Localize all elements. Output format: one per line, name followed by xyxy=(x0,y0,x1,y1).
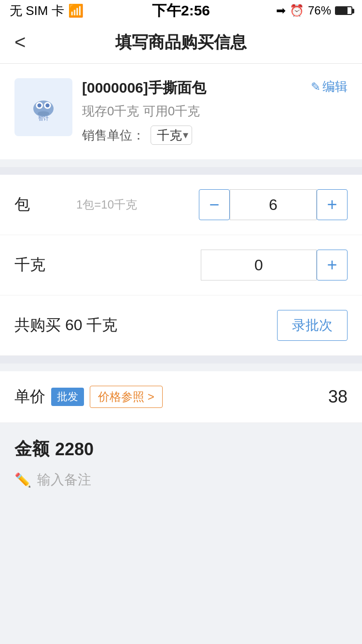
amount-label: 金额 xyxy=(14,437,49,461)
unit-select-wrap[interactable]: 千克 xyxy=(151,126,192,145)
status-time: 下午2:56 xyxy=(152,1,210,21)
pifa-tag: 批发 xyxy=(51,388,84,406)
unit-select[interactable]: 千克 xyxy=(151,126,192,145)
no-sim-text: 无 SIM 卡 xyxy=(10,2,64,19)
bag-qty-input[interactable] xyxy=(230,189,317,220)
total-label: 共购买 60 千克 xyxy=(14,315,117,336)
product-unit-row: 销售单位： 千克 xyxy=(82,126,348,145)
bag-minus-button[interactable]: − xyxy=(199,189,230,220)
divider-2 xyxy=(0,356,362,364)
kg-input-row: 千克 + xyxy=(0,235,362,295)
svg-text:智计: 智计 xyxy=(38,115,49,121)
status-right: ➡ ⏰ 76% xyxy=(276,4,352,17)
alarm-icon: ⏰ xyxy=(290,4,304,17)
back-button[interactable]: < xyxy=(14,31,26,53)
kg-qty-input[interactable] xyxy=(201,250,317,280)
product-card: 智计 [0000006]手撕面包 ✎ 编辑 现存0千克 可用0千克 销售单位： … xyxy=(0,64,362,159)
page-title: 填写商品购买信息 xyxy=(115,31,247,54)
bag-plus-button[interactable]: + xyxy=(317,189,348,220)
amount-value: 2280 xyxy=(55,439,94,460)
product-thumbnail: 智计 xyxy=(14,78,72,136)
divider-1 xyxy=(0,167,362,175)
svg-point-4 xyxy=(45,103,49,107)
price-ref-button[interactable]: 价格参照 > xyxy=(90,386,163,408)
price-row: 单价 批发 价格参照 > 38 xyxy=(0,371,362,423)
battery-icon xyxy=(335,6,352,15)
kg-qty-control: + xyxy=(201,250,348,280)
total-row: 共购买 60 千克 录批次 xyxy=(0,295,362,356)
note-placeholder: 输入备注 xyxy=(37,471,91,489)
kg-plus-button[interactable]: + xyxy=(317,250,348,280)
note-row[interactable]: ✏️ 输入备注 xyxy=(14,471,348,504)
edit-button[interactable]: ✎ 编辑 xyxy=(311,78,348,95)
note-icon: ✏️ xyxy=(14,472,31,488)
wifi-icon: 📶 xyxy=(68,3,84,18)
price-label: 单价 xyxy=(14,386,45,407)
battery-text: 76% xyxy=(308,4,331,17)
bag-qty-control: − + xyxy=(199,189,348,220)
unit-label: 销售单位： xyxy=(82,127,145,144)
product-logo-icon: 智计 xyxy=(29,93,58,122)
input-section: 包 1包=10千克 − + 千克 + xyxy=(0,175,362,295)
product-name: [0000006]手撕面包 xyxy=(82,78,206,98)
amount-row: 金额 2280 xyxy=(14,437,348,461)
content-area xyxy=(0,504,362,644)
amount-section: 金额 2280 ✏️ 输入备注 xyxy=(0,423,362,504)
svg-point-3 xyxy=(37,103,41,107)
product-info: [0000006]手撕面包 ✎ 编辑 现存0千克 可用0千克 销售单位： 千克 xyxy=(82,78,348,145)
price-section: 单价 批发 价格参照 > 38 xyxy=(0,371,362,423)
nav-bar: < 填写商品购买信息 xyxy=(0,21,362,64)
bag-label: 包 xyxy=(14,194,72,215)
product-stock: 现存0千克 可用0千克 xyxy=(82,103,348,120)
bag-hint: 1包=10千克 xyxy=(76,197,199,212)
kg-label: 千克 xyxy=(14,254,72,276)
status-bar: 无 SIM 卡 📶 下午2:56 ➡ ⏰ 76% xyxy=(0,0,362,21)
status-left: 无 SIM 卡 📶 xyxy=(10,2,84,19)
location-icon: ➡ xyxy=(276,4,286,17)
edit-icon: ✎ xyxy=(311,80,320,94)
price-value: 38 xyxy=(328,387,348,407)
batch-button[interactable]: 录批次 xyxy=(277,310,348,341)
bag-input-row: 包 1包=10千克 − + xyxy=(0,175,362,235)
